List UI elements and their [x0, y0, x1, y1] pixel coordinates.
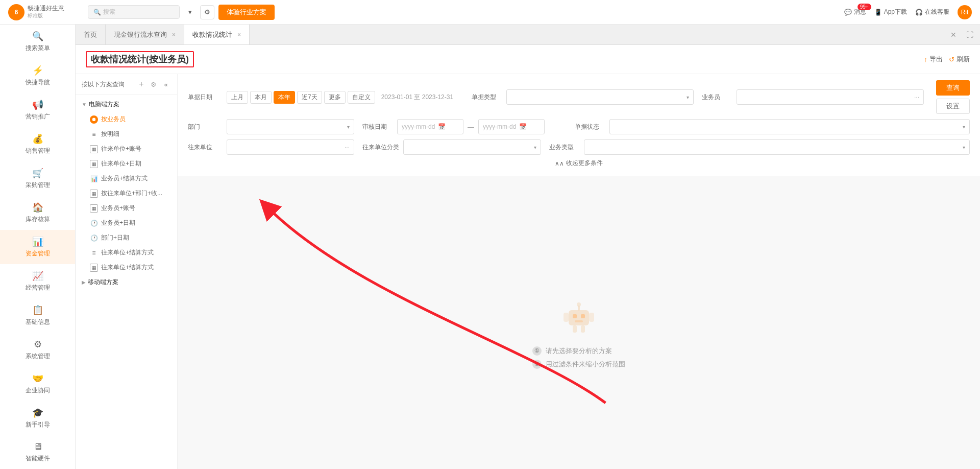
tree-item-by-detail[interactable]: ≡ 按明细 [76, 127, 177, 142]
sidebar-item-label: 搜索菜单 [26, 44, 50, 53]
sidebar-item-basic-info[interactable]: 📋 基础信息 [0, 298, 75, 333]
sidebar-item-inventory[interactable]: 🏠 库存核算 [0, 196, 75, 230]
sidebar-item-operations[interactable]: 📈 经营管理 [0, 264, 75, 298]
header-gear-btn[interactable]: ⚙ [200, 5, 214, 19]
more-date-btn[interactable]: 更多 [324, 91, 346, 104]
tree-item-partner-payment2[interactable]: ▦ 往来单位+结算方式 [76, 260, 177, 275]
last-month-btn[interactable]: 上月 [227, 91, 248, 104]
operations-icon: 📈 [32, 270, 43, 282]
refresh-label: 刷新 [957, 55, 970, 64]
collapse-icon: ∧∧ [555, 160, 564, 167]
tree-item-staff-account[interactable]: ▦ 业务员+账号 [76, 201, 177, 216]
tab-receipt-label: 收款情况统计 [192, 30, 232, 39]
header-dropdown-btn[interactable]: ▾ [184, 6, 196, 18]
tab-bank-close[interactable]: × [172, 31, 176, 38]
staff-input[interactable]: ··· [737, 89, 924, 105]
sidebar-item-purchase[interactable]: 🛒 采购管理 [0, 161, 75, 196]
tree-item-dept-date[interactable]: 🕐 部门+日期 [76, 230, 177, 245]
tree-item-staff-payment[interactable]: 📊 业务员+结算方式 [76, 171, 177, 186]
custom-date-btn[interactable]: 自定义 [348, 91, 375, 104]
sidebar-item-guide[interactable]: 🎓 新手引导 [0, 401, 75, 435]
doc-status-arrow: ▾ [963, 124, 965, 130]
search-icon: 🔍 [93, 9, 101, 16]
collapse-label: 收起更多条件 [566, 159, 603, 168]
review-date-label: 审核日期 [362, 123, 393, 131]
partner-account-label: 往来单位+账号 [101, 145, 141, 153]
partner-category-input[interactable]: ▾ [403, 139, 541, 155]
guide-icon: 🎓 [32, 407, 43, 418]
sidebar-item-hardware[interactable]: 🖥 智能硬件 [0, 435, 75, 469]
user-avatar[interactable]: Rit [958, 5, 972, 19]
tree-item-staff-date[interactable]: 🕐 业务员+日期 [76, 216, 177, 230]
review-date-end[interactable]: yyyy-mm-dd 📅 [478, 119, 545, 134]
scheme-tree: ▼ 电脑端方案 ⏺ 按业务员 ≡ 按明细 ▦ [76, 95, 177, 469]
filter-row-1: 单据日期 上月 本月 本年 近7天 更多 自定义 2023-01-01 至 20… [188, 80, 970, 114]
sidebar-item-finance[interactable]: 📊 资金管理 [0, 230, 75, 264]
sidebar-item-sales[interactable]: 💰 销售管理 [0, 127, 75, 161]
close-all-btn[interactable]: ✕ [947, 29, 960, 41]
tree-item-partner-date[interactable]: ▦ 往来单位+日期 [76, 156, 177, 171]
partner-more-icon[interactable]: ··· [345, 144, 350, 151]
last-7-btn[interactable]: 近7天 [297, 91, 322, 104]
setting-btn[interactable]: 设置 [936, 99, 970, 114]
page-content: 收款情况统计(按业务员) ↑ 导出 ↺ 刷新 按以下 [76, 45, 980, 469]
message-btn[interactable]: 💬 消息 99+ [844, 8, 866, 16]
svg-point-7 [577, 302, 581, 307]
tab-receipt-close[interactable]: × [237, 31, 241, 38]
review-date-start[interactable]: yyyy-mm-dd 📅 [397, 119, 463, 134]
header-left: 6 畅捷通好生意 标准版 🔍 搜索 ▾ ⚙ 体验行业方案 [8, 4, 275, 20]
app-download-btn[interactable]: 📱 App下载 [874, 8, 907, 16]
tree-item-by-staff[interactable]: ⏺ 按业务员 [76, 112, 177, 127]
tree-group-mobile[interactable]: ▶ 移动端方案 [76, 275, 177, 290]
partner-input[interactable]: ··· [227, 139, 354, 155]
filter-section: 单据日期 上月 本月 本年 近7天 更多 自定义 2023-01-01 至 20… [178, 74, 980, 176]
doc-status-group: 单据状态 ▾ [575, 119, 970, 134]
trial-btn[interactable]: 体验行业方案 [218, 5, 275, 20]
doc-status-input[interactable]: ▾ [609, 119, 970, 134]
app-layout: 🔍 搜索菜单 ⚡ 快捷导航 📢 营销推广 💰 销售管理 🛒 采购管理 🏠 库存核… [0, 25, 980, 469]
collapse-panel-btn[interactable]: « [161, 79, 171, 89]
tree-group-desktop[interactable]: ▼ 电脑端方案 [76, 97, 177, 112]
sidebar: 🔍 搜索菜单 ⚡ 快捷导航 📢 营销推广 💰 销售管理 🛒 采购管理 🏠 库存核… [0, 25, 76, 469]
left-panel-actions: + ⚙ « [136, 79, 171, 89]
sidebar-item-quick-nav[interactable]: ⚡ 快捷导航 [0, 59, 75, 93]
add-scheme-btn[interactable]: + [136, 79, 146, 89]
partner-date-label: 往来单位+日期 [101, 159, 141, 168]
sidebar-item-marketing[interactable]: 📢 营销推广 [0, 93, 75, 127]
sidebar-item-company[interactable]: 🤝 企业协同 [0, 367, 75, 401]
maximize-btn[interactable]: ⛶ [964, 29, 976, 41]
sidebar-item-system[interactable]: ⚙ 系统管理 [0, 333, 75, 367]
collapse-btn[interactable]: ∧∧ 收起更多条件 [555, 159, 603, 168]
export-label: 导出 [929, 55, 943, 64]
online-service-btn[interactable]: 🎧 在线客服 [915, 8, 949, 16]
calendar-icon: 📅 [438, 123, 446, 130]
sidebar-item-label: 采购管理 [26, 181, 50, 190]
dept-input[interactable]: ▾ [227, 119, 354, 134]
header-search-box[interactable]: 🔍 搜索 [88, 5, 180, 19]
export-btn[interactable]: ↑ 导出 [924, 55, 943, 64]
scheme-settings-btn[interactable]: ⚙ [149, 79, 159, 89]
company-icon: 🤝 [32, 373, 43, 384]
logo-name: 畅捷通好生意 [28, 5, 64, 13]
tree-item-partner-payment1[interactable]: ≡ 往来单位+结算方式 [76, 245, 177, 260]
svg-rect-8 [564, 313, 569, 322]
staff-more-icon[interactable]: ··· [914, 93, 919, 101]
tab-receipt[interactable]: 收款情况统计 × [184, 25, 250, 44]
biz-type-input[interactable]: ▾ [584, 139, 970, 155]
empty-state: ① 请先选择要分析的方案 ② 用过滤条件来缩小分析范围 [532, 297, 625, 369]
sidebar-item-search-menu[interactable]: 🔍 搜索菜单 [0, 25, 75, 59]
refresh-btn[interactable]: ↺ 刷新 [949, 55, 970, 64]
tree-item-partner-account[interactable]: ▦ 往来单位+账号 [76, 142, 177, 156]
query-btn[interactable]: 查询 [936, 80, 970, 96]
this-month-btn[interactable]: 本月 [250, 91, 272, 104]
tree-item-partner-dept[interactable]: ▦ 按往来单位+部门+收... [76, 186, 177, 201]
date-label: 单据日期 [188, 93, 218, 102]
sidebar-item-label: 企业协同 [26, 386, 50, 395]
this-year-btn[interactable]: 本年 [274, 91, 295, 104]
marketing-icon: 📢 [32, 99, 43, 110]
tab-home[interactable]: 首页 [76, 25, 106, 44]
tab-bank[interactable]: 现金银行流水查询 × [106, 25, 184, 44]
message-badge: 99+ [857, 4, 871, 10]
partner-payment1-icon: ≡ [90, 249, 98, 257]
doc-type-input[interactable]: ▾ [506, 89, 694, 105]
